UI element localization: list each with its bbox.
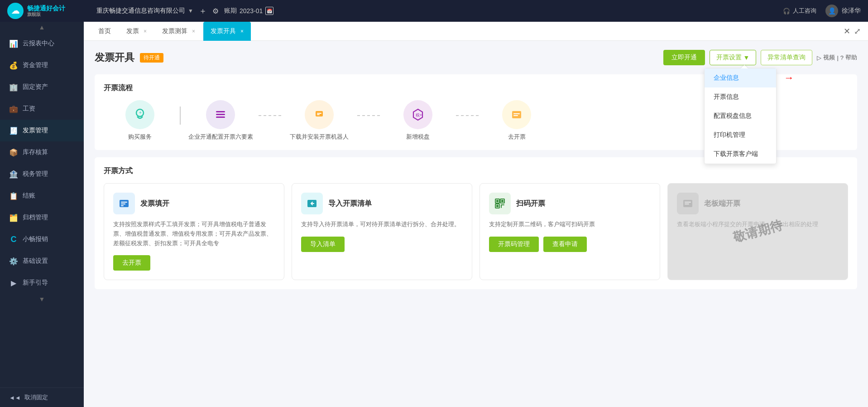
tab-invoice-issue-close[interactable]: × [240,28,244,34]
taxdisk-icon: 税+ [403,100,432,129]
billing-methods-grid: 发票填开 支持按照发票样式手工填开发票；可开具增值税电子普通发票、增值税普通发票… [104,183,848,280]
abnormal-list-button[interactable]: 异常清单查询 [761,50,812,65]
method-card-manual-fill: 发票填开 支持按照发票样式手工填开发票；可开具增值税电子普通发票、增值税普通发票… [104,183,284,280]
svg-rect-25 [501,204,504,205]
sidebar-item-basic-settings[interactable]: ⚙️ 基础设置 [0,250,84,272]
settings-icon[interactable]: ⚙ [212,7,219,15]
import-list-icon [301,193,323,214]
tab-invoice-calc[interactable]: 发票测算 × [155,22,202,41]
billing-methods-title: 开票方式 [104,166,848,176]
tab-home[interactable]: 首页 [91,22,118,41]
add-company-button[interactable]: ＋ [199,5,207,16]
method-card-boss-terminal: 老板端开票 查看老板端小程序提交的开票申请，并作出相应的处理 敬请期待 [667,183,848,280]
fund-mgmt-icon: 💰 [9,61,18,70]
page-title: 发票开具 [95,51,134,64]
import-list-button[interactable]: 导入清单 [301,237,345,252]
sidebar-cancel-label: 取消固定 [24,393,48,402]
top-right: 🎧 人工咨询 👤 徐泽华 [783,5,861,17]
svg-rect-3 [216,114,225,115]
coming-soon-text: 敬请期待 [731,217,784,247]
invoice-mgmt-icon: 🧾 [9,126,18,135]
sidebar-item-new-guide[interactable]: ▶ 新手引导 [0,272,84,294]
scan-invoice-icon [489,193,511,214]
open-now-button[interactable]: 立即开通 [663,50,705,65]
tab-invoice-close[interactable]: × [144,28,147,34]
sidebar-label-basic-settings: 基础设置 [23,257,48,265]
help-question-icon: ? [840,54,844,61]
fixed-assets-icon: 🏢 [9,82,18,92]
tab-invoice-calc-close[interactable]: × [192,28,195,34]
manual-fill-icon [113,193,135,214]
method-card-scan-invoice: 扫码开票 支持定制开票二维码，客户端可扫码开票 开票码管理 查看申请 [480,183,660,280]
dropdown-item-printer-mgmt[interactable]: 打印机管理 [705,126,776,145]
period-area: 账期 2023-01 📅 [224,7,273,15]
page-title-area: 发票开具 待开通 [95,51,163,64]
buy-service-icon: + [125,100,154,129]
logo-icon: ☁ [7,3,24,19]
tab-expand-button[interactable]: ⤢ [854,26,861,36]
calendar-icon[interactable]: 📅 [265,7,273,15]
sidebar-item-archive-mgmt[interactable]: 🗂️ 归档管理 [0,207,84,228]
company-selector[interactable]: 重庆畅捷交通信息咨询有限公司 ▼ [96,7,193,15]
step-connector-2 [357,115,380,116]
sidebar-bottom: ◄◄ 取消固定 [0,388,84,407]
svg-rect-22 [501,200,504,202]
sidebar-label-fund-mgmt: 资金管理 [23,61,48,69]
sidebar: ▲ 📊 云报表中心 💰 资金管理 🏢 固定资产 💼 工资 🧾 发票管理 [0,22,84,407]
sidebar-label-fixed-assets: 固定资产 [23,83,48,91]
step-divider-1 [180,107,181,125]
sidebar-item-fixed-assets[interactable]: 🏢 固定资产 [0,76,84,98]
billing-methods-section: 开票方式 发票填开 支持按照发票样式手工填开发票；可开具增值税电子普通发票、增值… [95,157,857,289]
dropdown-item-download-client[interactable]: 下载开票客户端 [705,145,776,164]
logo-text: 畅捷通好会计 旗舰版 [27,5,65,18]
tab-invoice[interactable]: 发票 × [119,22,154,41]
main-layout: ▲ 📊 云报表中心 💰 资金管理 🏢 固定资产 💼 工资 🧾 发票管理 [0,22,868,407]
sidebar-item-fund-mgmt[interactable]: 💰 资金管理 [0,54,84,76]
tax-mgmt-icon: 🏦 [9,170,18,179]
status-badge: 待开通 [140,53,163,63]
invoice-settings-dropdown: 企业信息 开票信息 配置税盘信息 打印机管理 下载开票客户端 → [704,68,777,164]
logo-main-text: 畅捷通好会计 [27,5,65,12]
view-apply-button[interactable]: 查看申请 [543,237,587,252]
qr-manage-button[interactable]: 开票码管理 [489,237,539,252]
sidebar-item-tax-mgmt[interactable]: 🏦 税务管理 [0,163,84,185]
salary-icon: 💼 [9,104,18,113]
play-icon: ▷ [817,54,821,61]
basic-settings-icon: ⚙️ [9,257,18,266]
dropdown-item-tax-disk[interactable]: 配置税盘信息 [705,107,776,126]
sidebar-cancel-button[interactable]: ◄◄ 取消固定 [0,388,84,407]
page-content: 发票开具 待开通 立即开通 开票设置 ▼ 异常清单查询 ▷ 视频 [84,41,868,407]
svg-rect-16 [121,205,124,206]
sidebar-item-xiaochu[interactable]: C 小畅报销 [0,228,84,250]
sidebar-item-settlement[interactable]: 📋 结账 [0,185,84,207]
svg-text:+: + [139,110,142,115]
tab-invoice-label: 发票 [126,27,139,35]
flow-step-buy-service: + 购买服务 [104,100,176,141]
tab-invoice-calc-label: 发票测算 [162,27,187,35]
svg-rect-6 [317,113,321,114]
user-name: 徐泽华 [842,7,861,15]
dropdown-item-invoice-info[interactable]: 开票信息 [705,87,776,107]
tab-invoice-issue[interactable]: 发票开具 × [203,22,251,41]
dropdown-item-company-info[interactable]: 企业信息 [705,68,776,87]
support-button[interactable]: 🎧 人工咨询 [783,7,816,15]
svg-rect-15 [121,204,125,204]
video-help-button[interactable]: ▷ 视频 | ? 帮助 [817,53,857,62]
sidebar-item-cloud-report[interactable]: 📊 云报表中心 [0,33,84,54]
buy-service-label: 购买服务 [128,133,152,141]
sidebar-scroll-down[interactable]: ▼ [0,294,84,305]
sidebar-item-salary[interactable]: 💼 工资 [0,98,84,120]
svg-rect-23 [496,205,499,207]
tab-bar-actions: ✕ ⤢ [844,26,861,36]
sidebar-item-invoice-mgmt[interactable]: 🧾 发票管理 [0,120,84,141]
sidebar-scroll-up[interactable]: ▲ [0,22,84,33]
tab-close-all-button[interactable]: ✕ [844,26,850,36]
invoice-settings-button[interactable]: 开票设置 ▼ [710,50,757,65]
svg-rect-21 [496,200,499,202]
manual-fill-button[interactable]: 去开票 [113,255,150,271]
user-area[interactable]: 👤 徐泽华 [825,5,861,17]
sidebar-label-archive-mgmt: 归档管理 [23,213,48,222]
inventory-icon: 📦 [9,148,18,157]
sidebar-item-inventory[interactable]: 📦 库存核算 [0,141,84,163]
top-bar-left: ☁ 畅捷通好会计 旗舰版 重庆畅捷交通信息咨询有限公司 ▼ ＋ ⚙ 账期 202… [7,3,273,19]
